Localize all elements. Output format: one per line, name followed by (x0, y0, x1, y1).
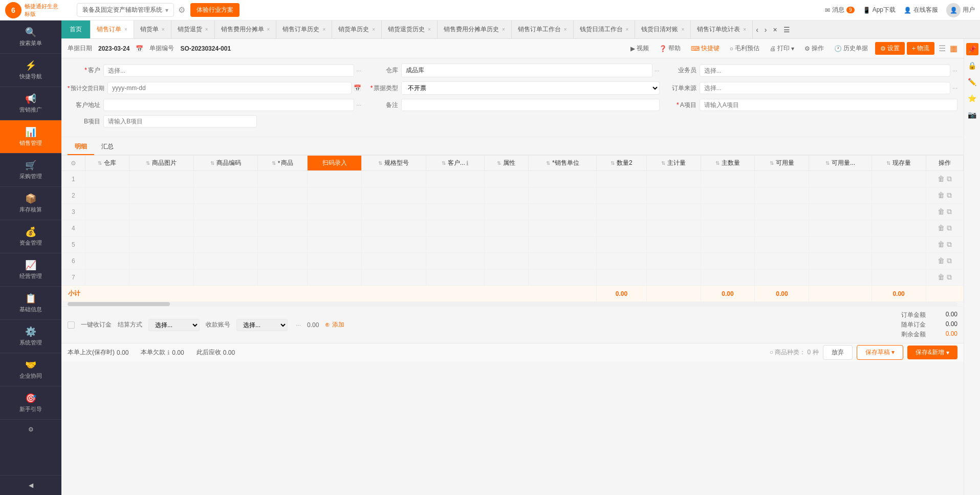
address-input[interactable] (103, 99, 354, 111)
sidebar-item-operations[interactable]: 📈 经营管理 (0, 253, 61, 287)
user-button[interactable]: 👤 用户 (946, 3, 975, 17)
delete-icon[interactable]: 🗑 (938, 224, 945, 232)
col-available2[interactable]: ⇅可用量... (809, 156, 872, 171)
copy-icon[interactable]: ⧉ (947, 224, 952, 232)
copy-icon[interactable]: ⧉ (947, 191, 952, 200)
tab-daily-reconcile[interactable]: 钱货日清对账 × (635, 20, 691, 38)
close-icon[interactable]: × (372, 27, 375, 32)
copy-icon[interactable]: ⧉ (947, 175, 952, 183)
col-spec[interactable]: ⇅规格型号 (362, 156, 426, 171)
delete-icon[interactable]: 🗑 (938, 191, 945, 200)
col-product[interactable]: ⇅*商品 (258, 156, 308, 171)
customer-more-icon[interactable]: ··· (356, 67, 361, 74)
close-icon[interactable]: × (502, 27, 505, 32)
save-new-button[interactable]: 保存&新增 ▾ (907, 346, 957, 359)
invoice-type-select[interactable]: 不开票 (401, 81, 659, 95)
account-select[interactable]: 选择... (236, 319, 288, 331)
sidebar-item-guide[interactable]: 🎯 新手引导 (0, 386, 61, 420)
sidebar-item-inventory[interactable]: 📦 库存核算 (0, 187, 61, 220)
copy-icon[interactable]: ⧉ (947, 273, 952, 282)
tab-sales-stats[interactable]: 销售订单统计表 × (691, 20, 753, 38)
col-available[interactable]: ⇅可用量 (755, 156, 809, 171)
close-icon[interactable]: × (162, 27, 165, 32)
account-more-icon[interactable]: ··· (296, 321, 301, 329)
layout-icon-list[interactable]: ☰ (939, 44, 946, 53)
save-draft-button[interactable]: 保存草稿 ▾ (857, 345, 903, 360)
message-button[interactable]: ✉ 消息 9 (825, 6, 855, 14)
sidebar-item-purchase[interactable]: 🛒 采购管理 (0, 154, 61, 187)
copy-icon[interactable]: ⧉ (947, 207, 952, 216)
sidebar-item-collab[interactable]: 🤝 企业协同 (0, 353, 61, 386)
sidebar-item-finance[interactable]: 💰 资金管理 (0, 220, 61, 253)
nav-menu-icon[interactable]: ☰ (780, 26, 793, 34)
tab-sales-return[interactable]: 销货退货 × (171, 20, 215, 38)
tab-return-history[interactable]: 销货退货历史 × (382, 20, 438, 38)
right-icon-star[interactable]: ⭐ (966, 92, 978, 104)
close-icon[interactable]: × (626, 27, 629, 32)
shortcut-button[interactable]: ⌨ 快捷键 (688, 42, 723, 54)
nav-close-icon[interactable]: × (770, 26, 780, 34)
col-warehouse[interactable]: ⇅仓库 (85, 156, 129, 171)
customer-input[interactable] (103, 64, 354, 77)
add-logistics-button[interactable]: + 物流 (907, 42, 934, 55)
right-icon-camera[interactable]: 📷 (966, 109, 978, 121)
layout-icon-grid[interactable]: ▦ (950, 44, 957, 53)
nav-prev-icon[interactable]: ‹ (753, 26, 761, 34)
col-main-qty[interactable]: ⇅主数量 (701, 156, 755, 171)
delete-icon[interactable]: 🗑 (938, 207, 945, 216)
salesperson-input[interactable] (700, 64, 950, 77)
close-icon[interactable]: × (322, 27, 325, 32)
tab-sales-invoice[interactable]: 销货单 × (134, 20, 171, 38)
sidebar-item-basic-info[interactable]: 📋 基础信息 (0, 287, 61, 320)
close-icon[interactable]: × (564, 27, 567, 32)
delete-icon[interactable]: 🗑 (938, 256, 945, 265)
sidebar-item-system[interactable]: ⚙️ 系统管理 (0, 320, 61, 353)
tab-expense-history[interactable]: 销售费用分摊单历史 × (438, 20, 512, 38)
tab-detail[interactable]: 明细 (68, 139, 94, 155)
settle-method-select[interactable]: 选择... (148, 319, 200, 331)
scroll-thumb[interactable] (68, 302, 170, 306)
col-main-unit[interactable]: ⇅主计量 (646, 156, 701, 171)
close-icon[interactable]: × (124, 27, 127, 32)
delivery-date-input[interactable] (107, 82, 352, 94)
col-qty2[interactable]: ⇅数量2 (597, 156, 646, 171)
operation-button[interactable]: ⚙ 操作 (801, 42, 827, 54)
sidebar-collapse-button[interactable]: ◀ (0, 475, 61, 495)
col-unit[interactable]: ⇅*销售单位 (529, 156, 597, 171)
delete-icon[interactable]: 🗑 (938, 240, 945, 249)
copy-icon[interactable]: ⧉ (947, 240, 952, 249)
salesperson-more-icon[interactable]: ··· (952, 67, 957, 74)
tab-sales-order[interactable]: 销售订单 × (91, 20, 134, 39)
history-button[interactable]: 🕐 历史单据 (831, 42, 871, 54)
tab-invoice-history[interactable]: 销货单历史 × (332, 20, 382, 38)
right-icon-settings[interactable]: 📌 (966, 43, 978, 55)
sidebar-item-quick-nav[interactable]: ⚡ 快捷导航 (0, 54, 61, 87)
order-source-more-icon[interactable]: ··· (952, 84, 957, 92)
tab-daily-workbench[interactable]: 钱货日清工作台 × (574, 20, 636, 38)
app-download-button[interactable]: 📱 App下载 (863, 6, 896, 14)
sidebar-item-sales[interactable]: 📊 销售管理 (0, 120, 61, 154)
address-more-icon[interactable]: ··· (356, 101, 361, 109)
close-icon[interactable]: × (205, 27, 208, 32)
profit-button[interactable]: ○ 毛利预估 (727, 42, 763, 54)
col-attribute[interactable]: ⇅属性 (484, 156, 528, 171)
delete-icon[interactable]: 🗑 (938, 175, 945, 183)
right-icon-lock[interactable]: 🔒 (966, 59, 978, 72)
sidebar-item-search[interactable]: 🔍 搜索菜单 (0, 20, 61, 54)
tab-sales-order-history[interactable]: 销售订单历史 × (276, 20, 332, 38)
close-icon[interactable]: × (267, 27, 270, 32)
note-input[interactable] (401, 99, 659, 111)
col-customer-code[interactable]: ⇅客户...ℹ (426, 156, 484, 171)
quick-settle-checkbox[interactable] (68, 321, 75, 329)
tab-home[interactable]: 首页 (61, 20, 91, 38)
nav-next-icon[interactable]: › (761, 26, 770, 34)
sidebar-settings[interactable]: ⚙ (0, 420, 61, 439)
settings-icon[interactable]: ⚙ (178, 5, 185, 15)
scroll-area[interactable] (68, 302, 957, 306)
order-source-input[interactable] (700, 82, 950, 94)
col-product-code[interactable]: ⇅商品编码 (193, 156, 258, 171)
warehouse-more-icon[interactable]: ··· (655, 67, 660, 74)
sidebar-item-marketing[interactable]: 📢 营销推广 (0, 87, 61, 120)
settings-button[interactable]: ⚙ 设置 (875, 42, 905, 55)
b-project-input[interactable] (103, 115, 257, 127)
